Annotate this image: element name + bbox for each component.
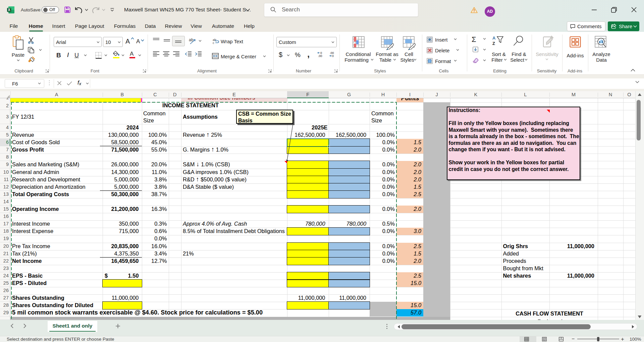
svg-text:Z: Z <box>492 41 495 46</box>
svg-text:0: 0 <box>332 54 334 58</box>
svg-text:c: c <box>213 41 214 45</box>
svg-text:A: A <box>492 36 496 41</box>
svg-text:.00: .00 <box>318 54 322 58</box>
svg-text:X: X <box>8 8 10 12</box>
